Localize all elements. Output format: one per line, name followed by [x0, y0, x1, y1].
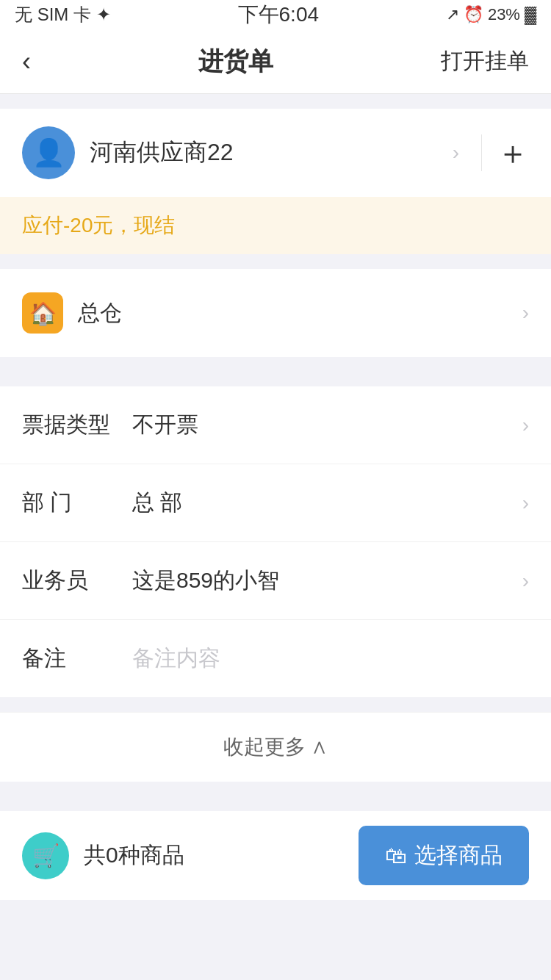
notice-banner: 应付-20元，现结 [0, 197, 551, 254]
product-icon: 🛒 [32, 843, 60, 868]
nav-bar: ‹ 进货单 打开挂单 [0, 29, 551, 94]
product-icon-wrap: 🛒 [22, 832, 69, 879]
warehouse-label: 总仓 [78, 298, 522, 328]
alarm-icon: ⏰ [464, 5, 483, 24]
supplier-divider [481, 134, 482, 171]
status-left: 无 SIM 卡 ✦ [15, 3, 111, 26]
supplier-name: 河南供应商22 [90, 137, 453, 169]
product-count-label: 共0种商品 [84, 840, 359, 871]
warehouse-section: 🏠 总仓 › [0, 269, 551, 357]
section-gap-4 [0, 782, 551, 796]
select-product-button[interactable]: 🛍 选择商品 [359, 826, 529, 885]
page-title: 进货单 [198, 45, 273, 79]
section-gap-2 [0, 254, 551, 269]
salesperson-row[interactable]: 业务员 这是859的小智 › [0, 542, 551, 620]
remark-row[interactable]: 备注 备注内容 [0, 620, 551, 697]
avatar: 👤 [22, 126, 75, 179]
bottom-bar: 🛒 共0种商品 🛍 选择商品 [0, 811, 551, 900]
department-value: 总 部 [118, 488, 522, 518]
location-icon: ↗ [446, 5, 459, 24]
invoice-type-row[interactable]: 票据类型 不开票 › [0, 386, 551, 464]
status-time: 下午6:04 [238, 1, 320, 29]
collapse-row[interactable]: 收起更多 ∧ [0, 712, 551, 782]
back-button[interactable]: ‹ [22, 46, 31, 77]
open-pending-button[interactable]: 打开挂单 [441, 46, 529, 76]
person-icon: 👤 [32, 137, 65, 168]
remark-input[interactable]: 备注内容 [118, 644, 529, 674]
sim-label: 无 SIM 卡 ✦ [15, 3, 111, 26]
add-supplier-button[interactable]: ＋ [497, 137, 529, 169]
supplier-row[interactable]: 👤 河南供应商22 › ＋ [0, 109, 551, 197]
warehouse-chevron-icon: › [522, 301, 529, 325]
supplier-chevron-icon: › [453, 141, 459, 165]
remark-label: 备注 [22, 644, 118, 674]
department-chevron-icon: › [522, 491, 529, 515]
status-bar: 无 SIM 卡 ✦ 下午6:04 ↗ ⏰ 23% ▓ [0, 0, 551, 29]
warehouse-icon-wrap: 🏠 [22, 292, 63, 334]
supplier-section: 👤 河南供应商22 › ＋ 应付-20元，现结 [0, 109, 551, 254]
form-section: 票据类型 不开票 › 部 门 总 部 › 业务员 这是859的小智 › 备注 备… [0, 386, 551, 697]
invoice-type-value: 不开票 [118, 410, 522, 440]
bottom-fill [0, 900, 551, 980]
invoice-type-label: 票据类型 [22, 410, 118, 440]
warehouse-icon: 🏠 [29, 300, 57, 326]
department-row[interactable]: 部 门 总 部 › [0, 464, 551, 542]
collapse-label: 收起更多 ∧ [223, 733, 328, 761]
salesperson-value: 这是859的小智 [118, 566, 522, 596]
select-product-label: 选择商品 [414, 840, 503, 871]
battery-label: 23% [488, 5, 520, 24]
salesperson-label: 业务员 [22, 566, 118, 596]
salesperson-chevron-icon: › [522, 569, 529, 593]
select-product-icon: 🛍 [385, 843, 407, 868]
department-label: 部 门 [22, 488, 118, 518]
status-right: ↗ ⏰ 23% ▓ [446, 5, 536, 24]
warehouse-row[interactable]: 🏠 总仓 › [0, 269, 551, 357]
section-gap-3 [0, 357, 551, 372]
battery-icon: ▓ [525, 5, 536, 24]
section-gap-1 [0, 94, 551, 109]
invoice-type-chevron-icon: › [522, 414, 529, 437]
